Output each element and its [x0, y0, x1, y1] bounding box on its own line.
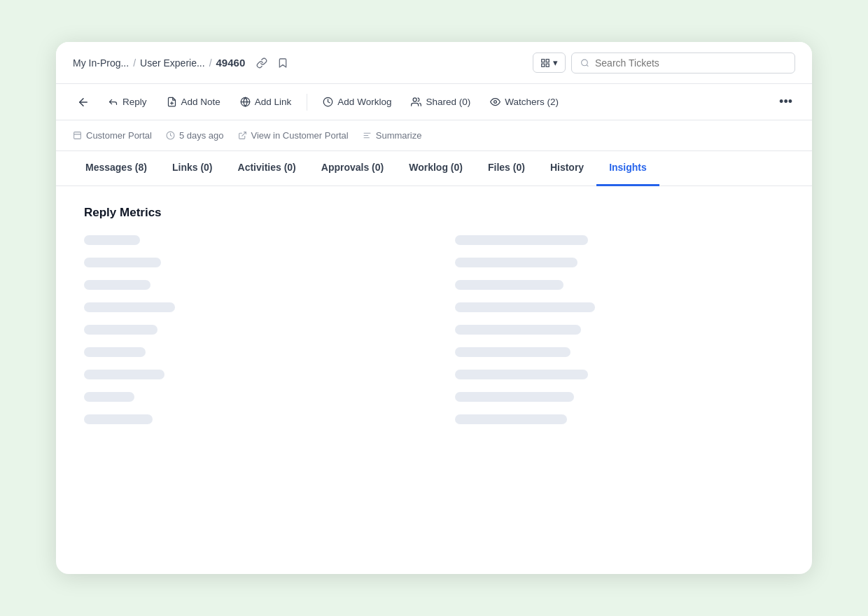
reply-icon — [108, 97, 118, 107]
watchers-button[interactable]: Watchers (2) — [482, 92, 567, 111]
reply-button[interactable]: Reply — [99, 92, 155, 111]
skeleton-item — [455, 258, 578, 267]
tab-worklog[interactable]: Worklog (0) — [396, 151, 475, 186]
breadcrumb-icons — [255, 56, 290, 70]
skeleton-item — [455, 414, 567, 424]
tab-insights[interactable]: Insights — [596, 151, 659, 186]
svg-rect-1 — [546, 59, 549, 62]
tab-files[interactable]: Files (0) — [475, 151, 538, 186]
tab-links[interactable]: Links (0) — [160, 151, 225, 186]
tabs-bar: Messages (8) Links (0) Activities (0) Ap… — [56, 151, 812, 186]
tab-activities[interactable]: Activities (0) — [225, 151, 309, 186]
portal-icon — [73, 131, 82, 140]
skeleton-item — [455, 280, 564, 290]
skeleton-item — [455, 235, 588, 245]
skeleton-item — [455, 325, 581, 335]
add-worklog-button[interactable]: Add Worklog — [314, 92, 400, 111]
view-customer-portal-item[interactable]: View in Customer Portal — [238, 130, 349, 141]
back-button[interactable] — [70, 92, 97, 113]
link-icon — [240, 97, 251, 107]
svg-line-5 — [587, 64, 588, 66]
breadcrumb: My In-Prog... / User Experie... / 49460 — [73, 56, 290, 70]
more-options-button[interactable]: ••• — [774, 90, 798, 113]
external-link-icon — [238, 131, 247, 140]
insights-content: Reply Metrics — [56, 186, 812, 444]
worklog-icon — [323, 97, 333, 107]
skeleton-item — [84, 302, 175, 312]
time-ago-item: 5 days ago — [166, 130, 224, 141]
summarize-item[interactable]: Summarize — [363, 130, 422, 141]
svg-rect-14 — [74, 132, 81, 139]
customer-portal-item[interactable]: Customer Portal — [73, 130, 152, 141]
svg-point-13 — [494, 101, 497, 104]
skeleton-item — [84, 347, 146, 357]
link-icon-btn[interactable] — [255, 56, 269, 70]
breadcrumb-part1[interactable]: My In-Prog... — [73, 57, 129, 69]
skeleton-item — [455, 392, 574, 402]
svg-point-12 — [414, 98, 417, 102]
search-input[interactable] — [595, 57, 786, 69]
search-area: ▾ — [533, 52, 795, 74]
skeleton-item — [84, 370, 164, 379]
svg-rect-3 — [542, 64, 545, 66]
shared-button[interactable]: Shared (0) — [402, 92, 479, 111]
svg-rect-0 — [542, 59, 545, 62]
browser-window: My In-Prog... / User Experie... / 49460 … — [56, 42, 812, 574]
summarize-icon — [363, 131, 372, 140]
add-note-button[interactable]: Add Note — [158, 92, 229, 111]
svg-rect-2 — [546, 64, 549, 66]
sub-bar: Customer Portal 5 days ago View in Custo… — [56, 120, 812, 151]
shared-icon — [411, 97, 421, 107]
breadcrumb-part2[interactable]: User Experie... — [140, 57, 205, 69]
toolbar: Reply Add Note Add Link Add Worklog Shar… — [56, 84, 812, 120]
note-icon — [167, 97, 177, 107]
skeleton-item — [84, 414, 153, 424]
skeleton-item — [84, 280, 150, 290]
skeleton-item — [84, 258, 161, 267]
search-filter-button[interactable]: ▾ — [533, 52, 566, 73]
clock-icon — [166, 131, 175, 140]
search-box[interactable] — [571, 52, 795, 74]
skeleton-item — [455, 302, 595, 312]
reply-metrics-title: Reply Metrics — [84, 206, 784, 220]
watchers-icon — [490, 97, 500, 107]
toolbar-separator — [307, 94, 307, 111]
skeleton-item — [84, 235, 140, 245]
breadcrumb-sep2: / — [209, 57, 212, 69]
filter-chevron: ▾ — [553, 57, 558, 68]
skeleton-item — [455, 370, 588, 379]
search-icon — [580, 58, 589, 68]
breadcrumb-ticket-id[interactable]: 49460 — [216, 57, 246, 69]
bookmark-icon-btn[interactable] — [276, 56, 290, 70]
breadcrumb-sep1: / — [133, 57, 136, 69]
tab-approvals[interactable]: Approvals (0) — [309, 151, 396, 186]
skeleton-item — [84, 325, 158, 335]
tab-messages[interactable]: Messages (8) — [73, 151, 160, 186]
header-bar: My In-Prog... / User Experie... / 49460 … — [56, 42, 812, 84]
skeleton-item — [455, 347, 570, 357]
skeleton-item — [84, 392, 134, 402]
add-link-button[interactable]: Add Link — [232, 92, 300, 111]
svg-point-4 — [582, 59, 588, 66]
skeleton-grid — [84, 235, 784, 424]
svg-line-17 — [241, 132, 246, 136]
tab-history[interactable]: History — [538, 151, 596, 186]
